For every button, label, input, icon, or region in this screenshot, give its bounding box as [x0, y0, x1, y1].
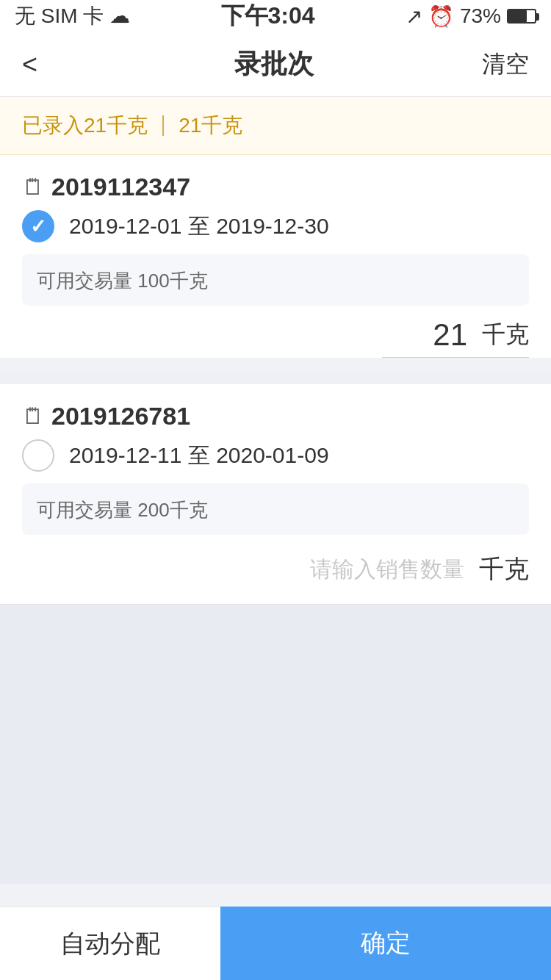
quantity-underline-1	[382, 357, 529, 358]
batch-item-2: 🗒 2019126781 2019-12-11 至 2020-01-09 可用交…	[0, 384, 551, 535]
amount-label: 21千克	[179, 112, 242, 140]
back-button[interactable]: <	[22, 49, 66, 80]
batch-date-1: 2019-12-01 至 2019-12-30	[69, 212, 329, 242]
bottom-bar: 自动分配 确定	[0, 907, 551, 980]
location-icon: ↗	[406, 4, 422, 29]
batch-card-2: 🗒 2019126781 2019-12-11 至 2020-01-09 可用交…	[0, 384, 551, 605]
radio-button-2[interactable]	[22, 439, 54, 472]
batch-card-1: 🗒 2019112347 2019-12-01 至 2019-12-30 可用交…	[0, 155, 551, 358]
batch-date-2: 2019-12-11 至 2020-01-09	[69, 441, 329, 471]
batch-number-2: 2019126781	[51, 402, 190, 430]
alarm-icon: ⏰	[428, 4, 454, 29]
available-text-1: 可用交易量 100千克	[37, 270, 208, 292]
available-row-2: 可用交易量 200千克	[22, 483, 529, 535]
available-row-1: 可用交易量 100千克	[22, 254, 529, 306]
quantity-value-1: 21	[433, 317, 467, 353]
battery-icon	[507, 9, 536, 24]
battery-label: 73%	[460, 4, 501, 28]
clear-button[interactable]: 清空	[482, 48, 529, 81]
batch-number-1: 2019112347	[51, 173, 190, 201]
section-divider	[0, 372, 551, 384]
page-title: 录批次	[234, 46, 314, 82]
status-time: 下午3:04	[221, 0, 315, 32]
status-left: 无 SIM 卡 ☁	[15, 2, 130, 30]
quantity-display-1: 21 千克	[0, 306, 551, 353]
nav-bar: < 录批次 清空	[0, 32, 551, 97]
info-divider	[162, 115, 164, 136]
batch-header-1: 🗒 2019112347	[22, 173, 529, 201]
status-right: ↗ ⏰ 73%	[406, 4, 536, 29]
quantity-unit-2: 千克	[479, 552, 529, 586]
sim-label: 无 SIM 卡 ☁	[15, 2, 130, 30]
batch-item-1: 🗒 2019112347 2019-12-01 至 2019-12-30 可用交…	[0, 155, 551, 306]
quantity-input-2[interactable]	[22, 557, 464, 582]
batch-header-2: 🗒 2019126781	[22, 402, 529, 430]
batch-date-row-2[interactable]: 2019-12-11 至 2020-01-09	[22, 439, 529, 472]
status-bar: 无 SIM 卡 ☁ 下午3:04 ↗ ⏰ 73%	[0, 0, 551, 32]
radio-button-1[interactable]	[22, 210, 54, 242]
quantity-input-row-2[interactable]: 千克	[0, 535, 551, 605]
available-text-2: 可用交易量 200千克	[37, 499, 208, 521]
quantity-unit-1: 千克	[482, 319, 529, 351]
confirm-button[interactable]: 确定	[220, 907, 551, 980]
batch-doc-icon-1: 🗒	[22, 175, 44, 200]
recorded-label: 已录入21千克	[22, 112, 148, 140]
info-banner: 已录入21千克 21千克	[0, 97, 551, 155]
batch-date-row-1[interactable]: 2019-12-01 至 2019-12-30	[22, 210, 529, 242]
auto-distribute-button[interactable]: 自动分配	[0, 907, 220, 980]
batch-doc-icon-2: 🗒	[22, 404, 44, 429]
empty-area	[0, 605, 551, 884]
